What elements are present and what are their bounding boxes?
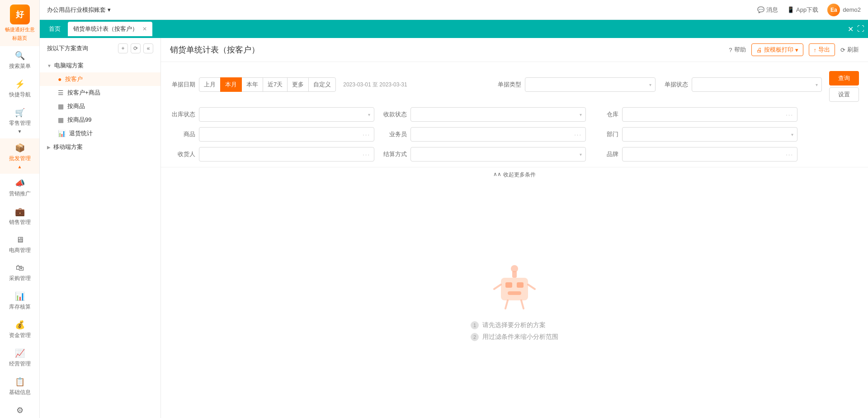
page-title: 销货单统计表（按客户） [170,44,259,55]
sidebar-item-retail[interactable]: 🛒 零售管理 ▼ [0,103,39,138]
receipt-status-label: 收款状态 [382,110,407,119]
collapse-icon: « [147,45,150,52]
help-btn[interactable]: ? 帮助 [729,46,745,54]
sidebar-item-basic[interactable]: 📋 基础信息 [0,372,39,401]
filter-row-3: 商品 ··· 业务员 ··· 部门 [170,127,859,142]
basic-icon: 📋 [15,377,25,387]
tree-child-return-stats[interactable]: 📊 退货统计 [40,127,160,140]
page-header: 销货单统计表（按客户） ? 帮助 🖨 按模板打印 ▾ ↑ 导出 [161,38,868,62]
out-status-input[interactable]: ▾ [199,107,374,122]
goods-input[interactable]: ··· [199,127,374,142]
sidebar-item-system[interactable]: ⚙ 系统管理 [0,401,39,418]
sidebar-item-search[interactable]: 🔍 搜索菜单 [0,46,39,75]
empty-state: 1 请先选择要分析的方案 2 用过滤条件来缩小分析范围 [161,182,868,418]
tab-close-window-icon[interactable]: ✕ [848,25,854,33]
grid-icon-2: ▦ [58,116,64,124]
filter-area: 单据日期 上月 本月 本年 近7天 更多 自定义 2023-03-01 至 20… [161,62,868,162]
tree-parent-desktop[interactable]: ▼ 电脑端方案 [40,59,160,72]
filter-row-4: 收货人 ··· 结算方式 ▾ [170,147,859,162]
sidebar-item-inventory[interactable]: 📊 库存核算 [0,287,39,315]
left-panel-actions: + ⟳ « [118,43,153,53]
print-btn[interactable]: 🖨 按模板打印 ▾ [751,43,803,56]
receipt-status-input[interactable]: ▾ [410,107,586,122]
collapse-bar[interactable]: ∧∧ 收起更多条件 [161,167,868,182]
chart-icon: 📊 [58,130,66,137]
date-btn-last7days[interactable]: 近7天 [263,77,288,92]
refresh-btn[interactable]: ⟳ 刷新 [840,46,859,54]
settlement-input[interactable]: ▾ [410,147,586,162]
filter-date: 单据日期 上月 本月 本年 近7天 更多 自定义 2023-03-01 至 20… [170,77,489,92]
filter-goods: 商品 ··· [170,127,374,142]
logo-text: 畅捷通好生意 [5,26,35,33]
tree-parent-mobile[interactable]: ▶ 移动端方案 [40,140,160,154]
main-wrapper: 办公用品行业模拟账套 ▾ 💬 消息 📱 App下载 Ea demo2 首页 销货… [40,0,868,418]
sidebar-item-business[interactable]: 📈 经营管理 [0,344,39,372]
query-btn[interactable]: 查询 [829,71,859,86]
header-left: 办公用品行业模拟账套 ▾ [47,6,111,14]
logo-icon: 好 [10,5,30,24]
sidebar-item-wholesale[interactable]: 📦 批发管理 ▲ [0,138,39,174]
tab-stats[interactable]: 销货单统计表（按客户） ✕ [68,22,152,36]
tab-home[interactable]: 首页 [43,22,66,36]
system-icon: ⚙ [16,405,24,415]
brand-input[interactable]: ··· [622,147,797,162]
salesman-input[interactable]: ··· [410,127,586,142]
sidebar-item-purchase[interactable]: 🛍 采购管理 [0,259,39,287]
tab-close-icon[interactable]: ✕ [142,26,147,32]
message-btn[interactable]: 💬 消息 [757,6,778,14]
return-stats-label: 退货统计 [69,129,93,138]
collapse-up-icon: ∧∧ [493,171,501,179]
list-icon-1: ☰ [58,89,64,96]
sidebar-item-sales[interactable]: 💼 销售管理 [0,202,39,231]
tab-stats-label: 销货单统计表（按客户） [73,25,138,33]
svg-point-5 [511,265,518,272]
date-btn-more[interactable]: 更多 [287,77,309,92]
tab-home-label: 首页 [49,25,61,33]
refresh-icon: ⟳ [133,45,138,52]
wholesale-icon: 📦 [15,143,25,153]
refresh-scheme-btn[interactable]: ⟳ [131,43,141,53]
svg-line-7 [528,285,535,289]
tree-child-by-goods[interactable]: ▦ 按商品 [40,100,160,113]
retail-icon: 🛒 [15,108,25,118]
order-status-input[interactable]: ▾ [692,77,822,92]
order-type-arrow: ▾ [649,82,651,87]
sidebar-item-marketing[interactable]: 📣 营销推广 [0,174,39,202]
help-icon: ? [729,47,732,53]
svg-line-6 [494,285,501,289]
department-input[interactable]: ▾ [622,127,797,142]
company-selector[interactable]: 办公用品行业模拟账套 ▾ [47,6,111,14]
order-type-input[interactable]: ▾ [525,77,656,92]
date-btn-thismonth[interactable]: 本月 [220,77,242,92]
svg-rect-0 [501,278,528,300]
out-status-label: 出库状态 [170,110,195,119]
filter-department: 部门 ▾ [593,127,797,142]
collapse-panel-btn[interactable]: « [143,43,153,53]
tree-child-by-customer[interactable]: ● 按客户 [40,72,160,86]
sidebar-item-finance[interactable]: 💰 资金管理 [0,315,39,344]
inventory-icon: 📊 [15,291,25,301]
date-btn-lastmonth[interactable]: 上月 [199,77,221,92]
app-download-btn[interactable]: 📱 App下载 [787,6,818,14]
tab-maximize-icon[interactable]: ⛶ [857,25,864,33]
filter-settlement: 结算方式 ▾ [382,147,586,162]
print-arrow: ▾ [795,47,798,53]
tree-child-by-goods99[interactable]: ▦ 按商品99 [40,113,160,127]
sidebar: 好 畅捷通好生意 标题页 🔍 搜索菜单 ⚡ 快捷导航 🛒 零售管理 ▼ 📦 批发… [0,0,40,418]
date-btn-thisyear[interactable]: 本年 [241,77,263,92]
left-panel: 按以下方案查询 + ⟳ « ▼ 电脑端方案 [40,38,161,418]
company-name: 办公用品行业模拟账套 [47,6,106,14]
quicknav-icon: ⚡ [15,79,25,89]
user-profile[interactable]: Ea demo2 [827,4,861,16]
warehouse-input[interactable]: ··· [622,107,797,122]
settings-btn[interactable]: 设置 [829,87,859,102]
sidebar-item-quicknav[interactable]: ⚡ 快捷导航 [0,75,39,103]
tree-mobile-label: 移动端方案 [53,143,83,151]
date-btn-custom[interactable]: 自定义 [308,77,336,92]
receiver-input[interactable]: ··· [199,147,374,162]
salesman-label: 业务员 [382,130,407,138]
tree-child-by-customer-goods[interactable]: ☰ 按客户+商品 [40,86,160,100]
export-btn[interactable]: ↑ 导出 [809,43,835,56]
add-scheme-btn[interactable]: + [118,43,128,53]
sidebar-item-ecommerce[interactable]: 🖥 电商管理 [0,231,39,259]
